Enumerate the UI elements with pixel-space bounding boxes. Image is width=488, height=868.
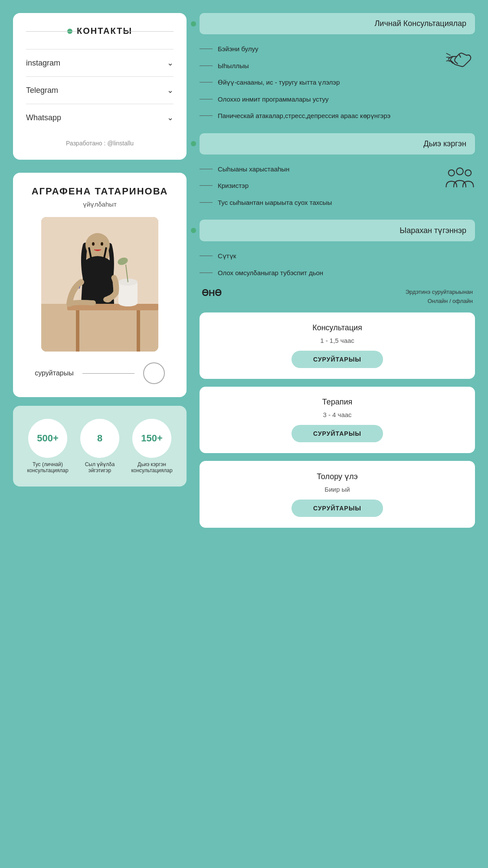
- telegram-chevron-icon: ⌄: [167, 85, 174, 95]
- yarahan-header: Ыарахан түгэннэр: [200, 220, 475, 241]
- consult-circle: [143, 362, 165, 384]
- contacts-dot: [67, 29, 72, 34]
- yarahan-dot: [191, 228, 196, 233]
- profile-name: АГРАФЕНА ТАТАРИНОВА: [32, 186, 168, 197]
- diez-text-2: Тус сыhыантан ыарыыта суох тахсыы: [218, 198, 332, 208]
- line-icon-4: [200, 115, 213, 116]
- profile-consult-label: суруйтарыы: [35, 369, 73, 377]
- svg-point-17: [449, 170, 455, 176]
- instagram-chevron-icon: ⌄: [167, 58, 174, 68]
- svg-point-11: [85, 233, 110, 257]
- diez-line-2: [200, 202, 213, 203]
- diez-line-0: [200, 169, 213, 169]
- stat-value-1: 8: [80, 419, 119, 458]
- pricing-btn-0[interactable]: СУРУЙТАРЫЫ: [291, 351, 383, 368]
- svg-point-14: [103, 296, 112, 302]
- pricing-title-0: Консультация: [312, 323, 362, 332]
- developed-by: Разработано : @linstallu: [26, 131, 174, 151]
- lichnay-text-3: Олоххо инмит программалары устуу: [218, 95, 329, 105]
- stat-value-0: 500+: [28, 419, 67, 458]
- stat-label-0: Тус (личнай) консультациялар: [26, 461, 69, 473]
- stat-value-2: 150+: [132, 419, 171, 458]
- lichnay-text-0: Бэйэни булуу: [218, 44, 259, 54]
- lichnay-item-3: Олоххо инмит программалары устуу: [200, 91, 438, 108]
- profile-card: АГРАФЕНА ТАТАРИНОВА үйүлδаhыт: [13, 173, 187, 397]
- yarahan-line-1: [200, 273, 213, 273]
- lichnay-item-4: Паническай атакалар,стресс,депрессия ара…: [200, 108, 438, 125]
- stat-label-1: Сыл үйүлδа эйгэтигэр: [78, 461, 121, 473]
- yarahan-item-1: Олох омсулδаныгар тубэспит дьон: [200, 265, 475, 282]
- ono-info: Эрдэтинэ суруйтарыынан Онлайн / офлайн: [406, 288, 473, 306]
- whatsapp-item[interactable]: Whatsapp ⌄: [26, 104, 174, 131]
- contacts-header: КОНТАКТЫ: [26, 26, 174, 36]
- line-icon-1: [200, 66, 213, 66]
- yarahan-text-1: Олох омсулδаныгар тубэспит дьон: [218, 268, 323, 278]
- people-icon-area: [445, 165, 475, 193]
- stat-label-2: Дьиэ кэргэн консультациялар: [130, 461, 174, 473]
- lichnay-title: Личнай Консультациялар: [375, 19, 466, 28]
- pricing-card-2: Толору үлэ Биир ый СУРУЙТАРЫЫ: [200, 461, 475, 528]
- pricing-card-0: Консультация 1 - 1,5 чаас СУРУЙТАРЫЫ: [200, 312, 475, 379]
- pricing-card-1: Терапия 3 - 4 чаас СУРУЙТАРЫЫ: [200, 387, 475, 453]
- consult-line: [82, 373, 134, 374]
- pricing-duration-2: Биир ый: [324, 486, 350, 493]
- profile-consult-row: суруйтарыы: [35, 362, 164, 384]
- lichnay-item-2: Өйүү-санааны, ис - туругу кытта үлэлэр: [200, 74, 438, 91]
- pricing-duration-0: 1 - 1,5 чаас: [320, 337, 354, 344]
- pricing-title-1: Терапия: [322, 398, 353, 407]
- telegram-item[interactable]: Telegram ⌄: [26, 76, 174, 104]
- diez-section: Дьиэ кэргэн Сыhыаны харыстааhын Кризистэ…: [200, 133, 475, 211]
- stats-card: 500+ Тус (личнай) консультациялар 8 Сыл …: [13, 406, 187, 487]
- diez-title: Дьиэ кэргэн: [423, 139, 466, 148]
- people-icon: [445, 165, 475, 191]
- svg-point-19: [465, 170, 471, 176]
- yarahan-line-0: [200, 256, 213, 256]
- diez-dot: [191, 141, 196, 146]
- lichnay-dot: [191, 21, 196, 26]
- diez-item-0: Сыhыаны харыстааhын: [200, 161, 438, 178]
- profile-photo: [41, 217, 158, 352]
- pricing-btn-1[interactable]: СУРУЙТАРЫЫ: [291, 425, 383, 442]
- diez-text-0: Сыhыаны харыстааhын: [218, 164, 289, 174]
- line-icon-3: [200, 99, 213, 99]
- diez-text-1: Кризистэр: [218, 181, 249, 191]
- lichnay-text-4: Паническай атакалар,стресс,депрессия ара…: [218, 111, 390, 121]
- pricing-title-2: Толору үлэ: [317, 472, 357, 481]
- svg-rect-3: [76, 310, 79, 352]
- yarahan-section: Ыарахан түгэннэр Сүтүк Олох омсулδаныгар…: [200, 220, 475, 281]
- svg-point-12: [92, 242, 95, 246]
- telegram-label: Telegram: [26, 86, 58, 95]
- pricing-btn-2[interactable]: СУРУЙТАРЫЫ: [291, 500, 383, 517]
- pricing-duration-1: 3 - 4 чаас: [323, 411, 351, 418]
- stat-item-consultations: 500+ Тус (личнай) консультациялар: [26, 419, 69, 473]
- handshake-icon-area: [445, 45, 475, 73]
- yarahan-item-0: Сүтүк: [200, 248, 475, 265]
- svg-rect-4: [137, 310, 140, 352]
- diez-header: Дьиэ кэргэн: [200, 133, 475, 155]
- diez-item-1: Кризистэр: [200, 178, 438, 194]
- lichnay-text-1: Ыhыллыы: [218, 61, 249, 71]
- right-column: Личнай Консультациялар Бэйэни булуу Ыhыл…: [195, 0, 488, 868]
- stat-item-family: 150+ Дьиэ кэргэн консультациялар: [130, 419, 174, 473]
- diez-item-2: Тус сыhыантан ыарыыта суох тахсыы: [200, 194, 438, 211]
- contacts-card: КОНТАКТЫ instagram ⌄ Telegram ⌄ Whatsapp…: [13, 13, 187, 160]
- whatsapp-label: Whatsapp: [26, 113, 61, 122]
- profile-subtitle: үйүлδаhыт: [83, 201, 117, 208]
- lichnay-item-1: Ыhыллыы: [200, 58, 438, 75]
- ono-label: ӨНӨ: [202, 288, 222, 298]
- contacts-title: КОНТАКТЫ: [77, 26, 132, 36]
- diez-line-1: [200, 185, 213, 186]
- lichnay-section: Личнай Консультациялар Бэйэни булуу Ыhыл…: [200, 13, 475, 125]
- yarahan-title: Ыарахан түгэннэр: [400, 226, 466, 235]
- line-icon-2: [200, 82, 213, 82]
- lichnay-text-2: Өйүү-санааны, ис - туругу кытта үлэлэр: [218, 78, 340, 88]
- instagram-label: instagram: [26, 59, 60, 68]
- whatsapp-chevron-icon: ⌄: [167, 113, 174, 122]
- svg-point-13: [101, 242, 103, 246]
- instagram-item[interactable]: instagram ⌄: [26, 49, 174, 76]
- stat-item-years: 8 Сыл үйүлδа эйгэтигэр: [78, 419, 121, 473]
- line-icon-0: [200, 49, 213, 49]
- lichnay-item-0: Бэйэни булуу: [200, 41, 438, 58]
- yarahan-text-0: Сүтүк: [218, 251, 236, 261]
- left-column: КОНТАКТЫ instagram ⌄ Telegram ⌄ Whatsapp…: [0, 0, 195, 868]
